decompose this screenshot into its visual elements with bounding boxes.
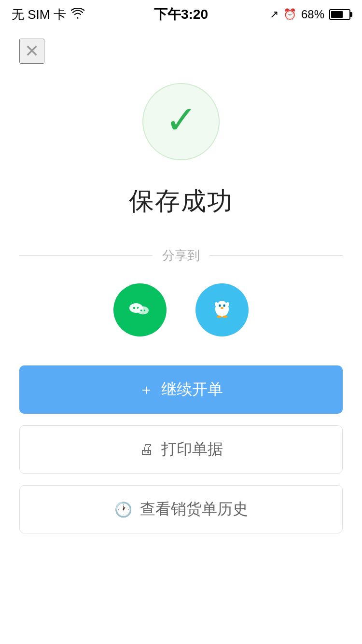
svg-point-5	[144, 309, 146, 311]
svg-point-15	[217, 316, 222, 318]
svg-point-12	[221, 307, 223, 309]
print-button[interactable]: 🖨 打印单据	[19, 425, 343, 474]
qq-icon	[208, 295, 237, 324]
share-label: 分享到	[162, 247, 200, 264]
wifi-icon	[71, 7, 84, 22]
svg-point-10	[219, 305, 221, 307]
continue-order-label: 继续开单	[161, 379, 223, 400]
history-button[interactable]: 🕐 查看销货单历史	[19, 485, 343, 533]
divider-line-right	[209, 255, 343, 256]
alarm-icon: ⏰	[283, 8, 296, 21]
battery-icon	[329, 9, 350, 20]
svg-point-13	[215, 302, 218, 306]
status-left: 无 SIM 卡	[12, 6, 84, 23]
carrier-text: 无 SIM 卡	[12, 6, 66, 23]
status-bar: 无 SIM 卡 下午3:20 ↗ ⏰ 68%	[0, 0, 362, 29]
close-icon: ✕	[25, 42, 39, 60]
svg-point-11	[223, 305, 225, 307]
location-icon: ↗	[270, 8, 278, 21]
wechat-share-button[interactable]	[113, 283, 167, 336]
share-icons	[19, 283, 343, 336]
svg-point-14	[226, 302, 229, 306]
divider-line-left	[19, 255, 153, 256]
svg-point-16	[223, 316, 227, 318]
share-section: 分享到	[19, 247, 343, 336]
status-right: ↗ ⏰ 68%	[270, 8, 350, 21]
history-icon: 🕐	[114, 501, 132, 518]
svg-point-7	[217, 301, 227, 311]
print-label: 打印单据	[161, 439, 223, 460]
plus-icon: ＋	[139, 380, 153, 400]
history-label: 查看销货单历史	[140, 499, 248, 520]
svg-point-3	[137, 307, 149, 315]
svg-point-1	[133, 307, 135, 309]
wechat-icon	[125, 295, 154, 324]
status-time: 下午3:20	[154, 5, 208, 24]
svg-point-4	[140, 309, 142, 311]
close-button[interactable]: ✕	[19, 39, 44, 64]
action-buttons: ＋ 继续开单 🖨 打印单据 🕐 查看销货单历史	[19, 365, 343, 533]
print-icon: 🖨	[139, 441, 153, 458]
battery-percent: 68%	[301, 8, 324, 21]
qq-share-button[interactable]	[195, 283, 249, 336]
checkmark-icon: ✓	[165, 101, 197, 140]
share-divider: 分享到	[19, 247, 343, 264]
success-title: 保存成功	[129, 184, 233, 218]
success-circle: ✓	[142, 83, 220, 160]
page-content: ✕ ✓ 保存成功 分享到	[0, 29, 362, 553]
continue-order-button[interactable]: ＋ 继续开单	[19, 365, 343, 414]
